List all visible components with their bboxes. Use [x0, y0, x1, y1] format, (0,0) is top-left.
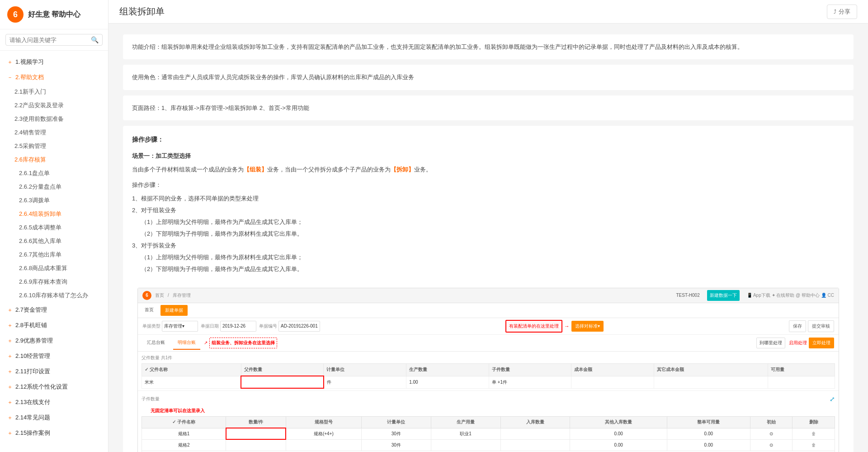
plus-icon-ops: ＋: [7, 352, 13, 360]
sim-annotation-area1: 有装配清单的在这里处理 → 选择对标准▾: [323, 320, 786, 333]
td-c2-unit: 30件: [361, 439, 431, 451]
nav-section-faq: ＋ 2.14常见问题: [0, 410, 108, 425]
plus-icon-video: ＋: [7, 58, 13, 66]
sidebar-item-purchase[interactable]: 2.5采购管理: [0, 139, 108, 153]
sim-new-btn[interactable]: 新建数据一下: [707, 290, 740, 301]
share-button[interactable]: ⤴ 分享: [827, 5, 857, 19]
td-child-qty: 单 +1件: [489, 376, 571, 388]
td-c2-in: [500, 439, 570, 451]
sidebar-item-other-in[interactable]: 2.6.6其他入库单: [0, 234, 108, 248]
nav-section-mobile: ＋ 2.8手机旺铺: [0, 318, 108, 333]
search-icon[interactable]: 🔍: [91, 36, 99, 43]
th-initial: 初始: [750, 417, 793, 428]
share-icon: ⤴: [834, 9, 836, 15]
sidebar-item-other-out[interactable]: 2.6.7其他出库单: [0, 248, 108, 262]
sidebar-item-help[interactable]: － 2.帮助文档: [0, 70, 108, 85]
sidebar-item-assembly[interactable]: 2.6.4组装拆卸单: [0, 207, 108, 221]
td-c1-avail: 0.00: [667, 428, 750, 439]
sim-submit-btn[interactable]: 提交审核: [808, 320, 834, 332]
sidebar-item-cost-adjust[interactable]: 2.6.5成本调整单: [0, 221, 108, 234]
sidebar-item-video[interactable]: ＋ 1.视频学习: [0, 54, 108, 70]
sim-number-input[interactable]: AD-20191226-001: [278, 321, 320, 332]
sim-warehouse-input[interactable]: 到哪里处理: [756, 338, 785, 348]
sim-annotation2-text: 组装业务、拆卸业务在这里选择: [209, 338, 277, 348]
td-prod-qty: 1.00: [406, 376, 489, 388]
sim-menu-home[interactable]: 首页: [142, 305, 156, 316]
table-row: 米米 件 1.00 单 +1件: [142, 376, 835, 388]
sidebar-item-coupon[interactable]: ＋ 2.9优惠券管理: [0, 333, 108, 348]
sidebar-item-inventory[interactable]: 2.6库存核算: [0, 153, 108, 167]
logo-text: 好生意 帮助中心: [28, 10, 80, 19]
sidebar-item-mobile[interactable]: ＋ 2.8手机旺铺: [0, 318, 108, 333]
sim-tab-summary[interactable]: 汇总台账: [142, 336, 170, 350]
search-input-wrap[interactable]: 🔍: [5, 34, 103, 46]
sim-breadcrumb-sep: /: [168, 291, 169, 300]
steps-label: 操作步骤：: [132, 179, 844, 191]
sim-date-label: 单据日期: [201, 322, 219, 331]
sim-enable-btn[interactable]: 立即处理: [809, 338, 834, 348]
sidebar-item-custom[interactable]: ＋ 2.12系统个性化设置: [0, 379, 108, 395]
table-row: 规格1 规格(+4+) 30件 职业1 0.00 0.00: [142, 428, 835, 439]
sim-save-btn[interactable]: 保存: [789, 320, 806, 332]
sidebar-item-payment[interactable]: ＋ 2.13在线支付: [0, 395, 108, 410]
search-box: 🔍: [0, 29, 108, 51]
plus-icon-cases: ＋: [7, 429, 13, 437]
sim-breadcrumb-module: 库存管理: [173, 291, 191, 300]
nav-section-payment: ＋ 2.13在线支付: [0, 395, 108, 410]
sim-screenshot: 6 首页 / 库存管理 TEST-H002 新建数据一下 📱 App下载 ✦ 在…: [138, 288, 839, 452]
sim-process-btn[interactable]: 选择对标准▾: [571, 321, 604, 332]
step2: 2、对于组装业务: [132, 205, 844, 216]
page-title: 组装拆卸单: [119, 5, 165, 18]
sidebar-item-print[interactable]: ＋ 2.11打印设置: [0, 364, 108, 379]
td-c1-otherin: 0.00: [570, 428, 667, 439]
td-other-cost: [654, 376, 768, 388]
nav-section-cases: ＋ 2.15操作案例: [0, 425, 108, 441]
sim-lower-table-area: 子件数量 ⤢ 无固定清单可以在这里录入 ✓ 子件名称 数量: [138, 391, 839, 452]
sim-date-input[interactable]: 2019-12-26: [220, 321, 256, 332]
td-c1-del[interactable]: 🗑: [793, 428, 835, 439]
sidebar-item-newbie[interactable]: 2.1新手入门: [0, 85, 108, 99]
steps-block: 操作步骤： 场景一：加工类型选择 当由多个子件材料组装成一个成品的业务为【组装】…: [123, 126, 854, 452]
plus-icon-mobile: ＋: [7, 322, 13, 329]
nav-section-video: ＋ 1.视频学习: [0, 54, 108, 70]
sidebar-item-ledger-query[interactable]: 2.6.9库存账本查询: [0, 275, 108, 289]
td-c1-init: ⊙: [750, 428, 793, 439]
sidebar-item-partial-stocktake[interactable]: 2.6.2分量盘点单: [0, 180, 108, 194]
sidebar-item-ops[interactable]: ＋ 2.10经营管理: [0, 348, 108, 364]
sim-menu-new-doc[interactable]: 新建单据: [160, 305, 188, 316]
sidebar-item-faq[interactable]: ＋ 2.14常见问题: [0, 410, 108, 425]
sidebar-item-transfer[interactable]: 2.6.3调拨单: [0, 194, 108, 207]
sidebar-item-sales[interactable]: 2.4销售管理: [0, 126, 108, 139]
sim-logo: 6: [142, 291, 151, 300]
step3-1: （1）上部明细为父件明细，最终作为原材料生成其它出库单；: [132, 252, 844, 263]
scene1-title: 场景一：加工类型选择: [132, 150, 844, 162]
top-bar: 组装拆卸单 ⤴ 分享: [108, 0, 868, 24]
sim-type-input[interactable]: 库存管理▾: [162, 321, 198, 332]
nav-section-help: － 2.帮助文档 2.1新手入门 2.2产品安装及登录 2.3使用前数据准备 2…: [0, 70, 108, 302]
screenshot-wrapper: 6 首页 / 库存管理 TEST-H002 新建数据一下 📱 App下载 ✦ 在…: [137, 288, 839, 452]
screenshot-inner: 6 首页 / 库存管理 TEST-H002 新建数据一下 📱 App下载 ✦ 在…: [137, 288, 839, 452]
sim-breadcrumb-home: 首页: [155, 291, 164, 300]
td-c2-del[interactable]: 🗑: [793, 439, 835, 451]
sidebar-item-cases[interactable]: ＋ 2.15操作案例: [0, 425, 108, 441]
search-input[interactable]: [9, 37, 91, 43]
sidebar-item-stocktake[interactable]: 2.6.1盘点单: [0, 167, 108, 180]
sidebar-item-finance[interactable]: ＋ 2.7资金管理: [0, 302, 108, 318]
th-other-cost: 其它成本金额: [654, 364, 768, 376]
th-prod-usage: 生产用量: [431, 417, 500, 428]
th-unit: 计量单位: [324, 364, 406, 376]
sim-app-icons: 📱 App下载 ✦ 在线帮助 @ 帮助中心 👤 CC: [747, 291, 834, 300]
step3: 3、对于拆装业务: [132, 240, 844, 252]
sidebar-item-install[interactable]: 2.2产品安装及登录: [0, 99, 108, 112]
sim-upper-table: ✓ 父件名称 父件数量 计量单位 生产数量 子件数量 成本金额 其它成本金额 可…: [142, 363, 835, 389]
th-available: 可用量: [768, 364, 835, 376]
sim-field-date: 单据日期 2019-12-26: [201, 321, 256, 332]
th-spec: 规格型号: [286, 417, 361, 428]
sidebar-item-cost-recalc[interactable]: 2.6.8商品成本重算: [0, 262, 108, 275]
sim-tab-detail[interactable]: 明细台账: [173, 336, 200, 350]
sidebar-item-ledger-error[interactable]: 2.6.10库存账本错了怎么办: [0, 289, 108, 302]
td-c1-usage: 职业1: [431, 428, 500, 439]
sidebar-item-data-prep[interactable]: 2.3使用前数据准备: [0, 112, 108, 126]
sim-expand-icon[interactable]: ⤢: [830, 393, 835, 405]
td-c2-avail: 0.00: [667, 439, 750, 451]
